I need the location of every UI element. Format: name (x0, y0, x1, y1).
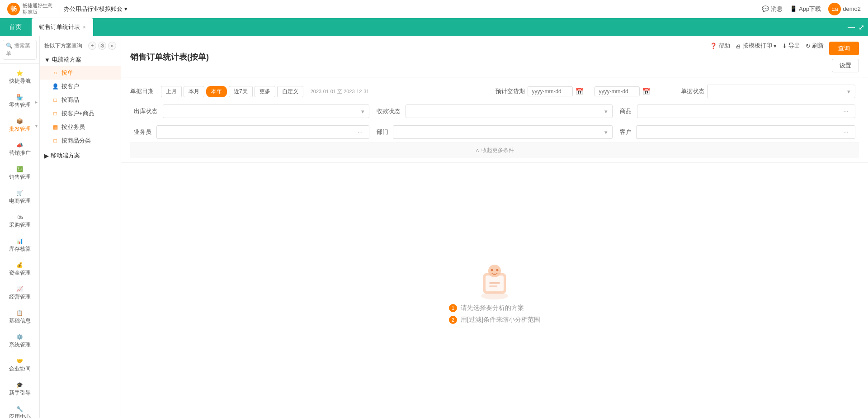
sidebar: 🔍 搜索菜单 ⭐ 快捷导航 🏪 零售管理 ▸ 📦 批发管理 ▾ 📣 营销推广 (0, 36, 40, 418)
last7-btn[interactable]: 近7天 (229, 86, 253, 97)
product-filter-cell: 商品 ··· (616, 103, 859, 120)
pc-scheme-group-title[interactable]: ▼ 电脑端方案 (40, 53, 121, 66)
sidebar-item-sales[interactable]: 💹 销售管理 (0, 162, 39, 185)
tab-home[interactable]: 首页 (0, 18, 31, 36)
app-selector[interactable]: 办公用品行业模拟账套 ▾ (60, 5, 131, 13)
tab-minimize-icon[interactable]: — (848, 23, 855, 31)
cal-from-icon[interactable]: 📅 (576, 88, 583, 95)
top-bar-left: 畅 畅捷通好生意 标准版 办公用品行业模拟账套 ▾ (7, 3, 131, 15)
customer-dots-btn[interactable]: ··· (841, 128, 850, 136)
query-button[interactable]: 查询 (829, 42, 859, 55)
scheme-item-by-category[interactable]: □ 按商品分类 (40, 134, 121, 147)
filter-section: 单据日期 上月 本月 本年 近7天 更多 自定义 2023-01-01 (121, 77, 868, 163)
scheme-item-by-order[interactable]: ○ 按单 (40, 66, 121, 80)
logo-text: 畅捷通好生意 标准版 (23, 3, 52, 14)
setting-button[interactable]: 设置 (832, 59, 859, 72)
newbie-icon: 🎓 (16, 382, 23, 388)
sidebar-item-wholesale[interactable]: 📦 批发管理 ▾ (0, 114, 39, 138)
this-year-btn[interactable]: 本年 (206, 86, 227, 97)
expected-date-label: 预计交货期 (495, 87, 525, 95)
sidebar-item-enterprise[interactable]: 🤝 企业协同 (0, 353, 39, 377)
last-month-btn[interactable]: 上月 (161, 86, 182, 97)
sidebar-item-purchase[interactable]: 🛍 采购管理 (0, 209, 39, 233)
svg-rect-7 (489, 285, 497, 287)
tab-maximize-icon[interactable]: ⤢ (859, 23, 864, 32)
export-btn[interactable]: ⬇ 导出 (782, 42, 800, 50)
tip-text-1: 请先选择要分析的方案 (461, 304, 524, 312)
delivery-status-select[interactable]: ▾ (163, 104, 369, 118)
tab-bar: 首页 销售订单统计表 × — ⤢ (0, 18, 868, 36)
sidebar-nav: ⭐ 快捷导航 🏪 零售管理 ▸ 📦 批发管理 ▾ 📣 营销推广 💹 销售管理 (0, 64, 39, 418)
help-icon: ❓ (710, 43, 717, 49)
collapse-filter-btn[interactable]: ∧ 收起更多条件 (130, 142, 859, 158)
operations-icon: 📈 (16, 286, 23, 292)
chevron-down-icon: ▾ (361, 108, 364, 115)
message-btn[interactable]: 💬 消息 (762, 5, 783, 13)
cal-to-icon[interactable]: 📅 (642, 88, 650, 95)
scheme-item-by-salesman[interactable]: ▦ 按业务员 (40, 120, 121, 134)
mobile-scheme-group-title[interactable]: ▶ 移动端方案 (40, 149, 121, 162)
product-dots-btn[interactable]: ··· (841, 107, 850, 115)
scheme-item-by-product[interactable]: □ 按商品 (40, 93, 121, 107)
tab-close-btn[interactable]: × (83, 24, 86, 30)
salesman-dots-btn[interactable]: ··· (356, 128, 365, 136)
salesman-select[interactable]: ··· (156, 125, 369, 139)
this-month-btn[interactable]: 本月 (184, 86, 204, 97)
content-area: 按以下方案查询 + ⚙ « ▼ 电脑端方案 ○ 按单 👤 按客户 (40, 36, 868, 418)
custom-date-btn[interactable]: 自定义 (277, 86, 303, 97)
chevron-right-icon: ▶ (44, 152, 49, 159)
template-print-btn[interactable]: 🖨 按模板打印 ▾ (736, 42, 777, 50)
settings-scheme-btn[interactable]: ⚙ (98, 42, 106, 50)
customer-label: 客户 (620, 128, 632, 136)
collapse-panel-btn[interactable]: « (108, 42, 116, 50)
user-menu[interactable]: Ea demo2 (828, 3, 861, 15)
purchase-icon: 🛍 (17, 214, 23, 220)
sidebar-item-newbie[interactable]: 🎓 新手引导 (0, 377, 39, 401)
sidebar-item-retail[interactable]: 🏪 零售管理 ▸ (0, 90, 39, 114)
sales-icon: 💹 (16, 166, 23, 172)
customer-filter-cell: 客户 ··· (616, 124, 859, 141)
sidebar-item-quick-nav[interactable]: ⭐ 快捷导航 (0, 66, 39, 90)
sidebar-item-operations[interactable]: 📈 经营管理 (0, 281, 39, 305)
tab-sales-order-stats[interactable]: 销售订单统计表 × (32, 18, 93, 36)
sidebar-item-ecommerce[interactable]: 🛒 电商管理 (0, 185, 39, 209)
dept-filter-cell: 部门 ▾ (373, 124, 616, 141)
system-icon: ⚙️ (16, 334, 23, 340)
sidebar-item-system[interactable]: ⚙️ 系统管理 (0, 329, 39, 353)
scheme-item-by-customer[interactable]: 👤 按客户 (40, 80, 121, 93)
date-label: 单据日期 (130, 87, 157, 95)
page-title: 销售订单统计表(按单) (130, 52, 209, 62)
product-select[interactable]: ··· (637, 104, 855, 118)
dept-select[interactable]: ▾ (393, 125, 612, 139)
sidebar-item-marketing[interactable]: 📣 营销推广 (0, 138, 39, 162)
payment-status-cell: 收款状态 ▾ (373, 103, 616, 120)
empty-svg (472, 257, 517, 303)
add-scheme-btn[interactable]: + (88, 42, 96, 50)
refresh-btn[interactable]: ↻ 刷新 (806, 42, 824, 50)
bill-status-select[interactable]: ▾ (707, 85, 855, 98)
main-layout: 🔍 搜索菜单 ⭐ 快捷导航 🏪 零售管理 ▸ 📦 批发管理 ▾ 📣 营销推广 (0, 36, 868, 418)
chevron-down-icon: ▾ (124, 5, 127, 12)
search-menu-btn[interactable]: 🔍 搜索菜单 (3, 40, 37, 60)
expected-date-to-input[interactable] (594, 86, 640, 96)
sidebar-item-basic[interactable]: 📋 基础信息 (0, 305, 39, 329)
scheme-icon-salesman: ▦ (52, 124, 59, 131)
expected-date-from-input[interactable] (528, 86, 573, 96)
scheme-item-by-cust-prod[interactable]: □ 按客户+商品 (40, 107, 121, 120)
app-download-btn[interactable]: 📱 App下载 (790, 5, 821, 13)
scheme-icon-customer: 👤 (52, 83, 59, 90)
customer-select[interactable]: ··· (636, 125, 855, 139)
logo-area: 畅 畅捷通好生意 标准版 (7, 3, 52, 15)
more-date-btn[interactable]: 更多 (255, 86, 275, 97)
date-range-display: 2023-01-01 至 2023-12-31 (311, 88, 485, 95)
payment-status-select[interactable]: ▾ (406, 104, 612, 118)
right-main: 销售订单统计表(按单) ❓ 帮助 🖨 按模板打印 ▾ (121, 36, 868, 418)
print-icon: 🖨 (736, 43, 741, 49)
empty-tips: 1 请先选择要分析的方案 2 用[过滤]条件来缩小分析范围 (449, 304, 540, 324)
sidebar-item-finance[interactable]: 💰 资金管理 (0, 257, 39, 281)
help-btn[interactable]: ❓ 帮助 (710, 42, 730, 50)
ecommerce-icon: 🛒 (16, 190, 23, 196)
chevron-down-icon: ▾ (774, 43, 777, 49)
sidebar-item-inventory[interactable]: 📊 库存核算 (0, 233, 39, 257)
sidebar-item-apps[interactable]: 🔧 应用中心 (0, 401, 39, 418)
